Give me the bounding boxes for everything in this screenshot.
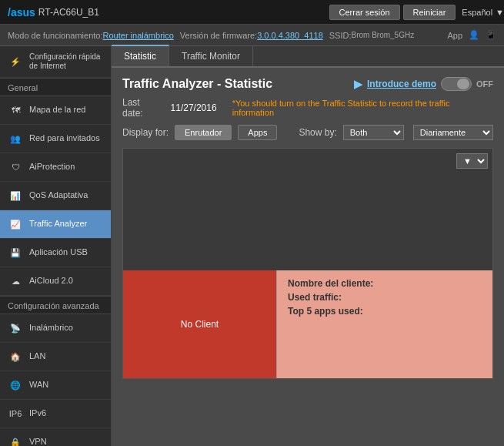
model-name: RT-AC66U_B1 (38, 7, 99, 18)
shield-icon: 🛡 (8, 159, 23, 175)
sidebar-item-label: Aplicación USB (29, 247, 88, 257)
display-apps-button[interactable]: Apps (238, 125, 277, 140)
ssid-label: SSID: (329, 31, 352, 40)
fw-value[interactable]: 3.0.0.4.380_4118 (257, 31, 323, 40)
header-actions: Cerrar sesión Reiniciar (329, 5, 456, 20)
sidebar-item-label: AiProtection (29, 162, 75, 172)
sidebar-item-label: VPN (29, 437, 47, 446)
bottom-panel: No Client Nombre del cliente: Used traff… (123, 270, 492, 378)
sidebar-item-label: Inalámbrico (29, 323, 73, 333)
ipv6-icon: IP6 (8, 406, 23, 421)
used-traffic-row: Used traffic: (288, 292, 482, 303)
used-traffic-label: Used traffic: (288, 292, 342, 303)
sidebar-item-mapa-red[interactable]: 🗺 Mapa de la red (0, 96, 111, 125)
sidebar-item-aplicacion-usb[interactable]: 💾 Aplicación USB (0, 239, 111, 267)
chart-dropdown: ▼ (456, 153, 488, 169)
client-info-panel: Nombre del cliente: Used traffic: Top 5 … (277, 270, 492, 378)
person-icon: 👥 (8, 131, 23, 146)
language-label: Español (462, 8, 492, 17)
sidebar-item-traffic-analyzer[interactable]: 📈 Traffic Analyzer (0, 210, 111, 239)
sidebar-item-label: Red para invitados (29, 133, 100, 143)
restart-button[interactable]: Reiniciar (403, 5, 456, 20)
top5-label: Top 5 apps used: (288, 306, 363, 317)
info-bar: Modo de funcionamiento: Router inalámbri… (0, 25, 504, 46)
display-row: Display for: Enrutador Apps Show by: Bot… (122, 125, 493, 140)
mode-label: Modo de funcionamiento: (8, 31, 103, 40)
sidebar-item-label: Configuración rápida de Internet (29, 52, 103, 71)
sidebar-item-red-invitados[interactable]: 👥 Red para invitados (0, 125, 111, 153)
toggle-knob (457, 79, 469, 89)
sidebar-item-label: LAN (29, 351, 45, 361)
client-name-row: Nombre del cliente: (288, 278, 482, 289)
sidebar-item-label: IPv6 (29, 408, 46, 418)
sidebar-item-qos[interactable]: 📊 QoS Adaptativa (0, 182, 111, 210)
sidebar-item-wan[interactable]: 🌐 WAN (0, 371, 111, 400)
wan-icon: 🌐 (8, 377, 23, 393)
map-icon: 🗺 (8, 102, 23, 118)
sidebar-item-inalambrico[interactable]: 📡 Inalámbrico (0, 314, 111, 343)
user-icon: 👤 (469, 30, 479, 40)
mode-value[interactable]: Router inalámbrico (103, 31, 174, 40)
sidebar: ⚡ Configuración rápida de Internet Gener… (0, 46, 112, 446)
header-icons: App 👤 📱 (447, 30, 496, 40)
sidebar-advanced-header: Configuración avanzada (0, 296, 111, 314)
last-date-label: Last date: (122, 97, 163, 119)
chevron-down-icon: ▼ (496, 8, 504, 17)
tab-traffic-monitor[interactable]: Traffic Monitor (169, 46, 253, 66)
page-title: Traffic Analyzer - Statistic (122, 77, 272, 91)
cloud-icon: ☁ (8, 273, 23, 289)
chart-period-select[interactable]: ▼ (456, 153, 488, 169)
language-selector: Español ▼ (462, 8, 504, 17)
sidebar-item-config-rapida[interactable]: ⚡ Configuración rápida de Internet (0, 46, 111, 78)
sidebar-general-header: General (0, 78, 111, 96)
app-label: App (447, 31, 462, 40)
chart-area: ▼ No Client Nombre del cliente: Used tra… (122, 148, 493, 379)
tabs-bar: Statistic Traffic Monitor (112, 46, 504, 68)
sidebar-item-aicloud[interactable]: ☁ AiCloud 2.0 (0, 267, 111, 296)
vpn-icon: 🔒 (8, 434, 23, 446)
chart-icon: 📈 (8, 216, 23, 232)
date-row: Last date: 11/27/2016 *You should turn o… (122, 97, 493, 119)
sidebar-item-vpn[interactable]: 🔒 VPN (0, 428, 111, 446)
no-client-label: No Client (181, 319, 219, 330)
top5-row: Top 5 apps used: (288, 306, 482, 317)
config-icon: ⚡ (8, 54, 23, 69)
warning-text: *You should turn on the Traffic Statisti… (232, 99, 493, 117)
toggle-area: ▶ Introduce demo OFF (354, 77, 493, 91)
main-layout: ⚡ Configuración rápida de Internet Gener… (0, 46, 504, 446)
sidebar-item-label: WAN (29, 380, 48, 390)
logo: /asus RT-AC66U_B1 (0, 3, 107, 22)
qos-icon: 📊 (8, 188, 23, 203)
client-name-label: Nombre del cliente: (288, 278, 373, 289)
wireless-icon: 📡 (8, 320, 23, 336)
show-by-select[interactable]: Both Upload Download (343, 125, 404, 140)
show-by-label: Show by: (299, 127, 336, 138)
display-label: Display for: (122, 127, 169, 138)
usb-icon: 💾 (8, 245, 23, 260)
tab-statistic[interactable]: Statistic (112, 45, 169, 66)
display-enrutador-button[interactable]: Enrutador (175, 125, 232, 140)
content-area: Traffic Analyzer - Statistic ▶ Introduce… (112, 68, 504, 446)
sidebar-item-aiprotection[interactable]: 🛡 AiProtection (0, 153, 111, 182)
toggle-label: OFF (476, 79, 493, 89)
sidebar-item-ipv6[interactable]: IP6 IPv6 (0, 400, 111, 428)
sidebar-item-label: Mapa de la red (29, 105, 85, 115)
demo-icon: ▶ (354, 78, 362, 90)
sidebar-item-label: QoS Adaptativa (29, 190, 88, 200)
sidebar-item-lan[interactable]: 🏠 LAN (0, 343, 111, 371)
interval-select[interactable]: Diariamente Semanalmente Mensualmente (413, 125, 493, 140)
fw-label: Versión de firmware: (180, 31, 257, 40)
no-client-panel: No Client (123, 270, 277, 378)
demo-link[interactable]: Introduce demo (367, 79, 436, 89)
sidebar-item-label: AiCloud 2.0 (29, 276, 73, 286)
page-title-row: Traffic Analyzer - Statistic ▶ Introduce… (122, 77, 493, 91)
main-content: Statistic Traffic Monitor Traffic Analyz… (112, 46, 504, 446)
close-session-button[interactable]: Cerrar sesión (329, 5, 400, 20)
ssid-value: Brom Brom_5GHz (352, 31, 415, 39)
lan-icon: 🏠 (8, 349, 23, 364)
asus-logo: /asus (8, 6, 35, 18)
traffic-toggle[interactable] (441, 77, 472, 91)
header: /asus RT-AC66U_B1 Cerrar sesión Reinicia… (0, 0, 504, 25)
last-date-value: 11/27/2016 (171, 102, 217, 113)
sidebar-item-label: Traffic Analyzer (29, 219, 87, 229)
